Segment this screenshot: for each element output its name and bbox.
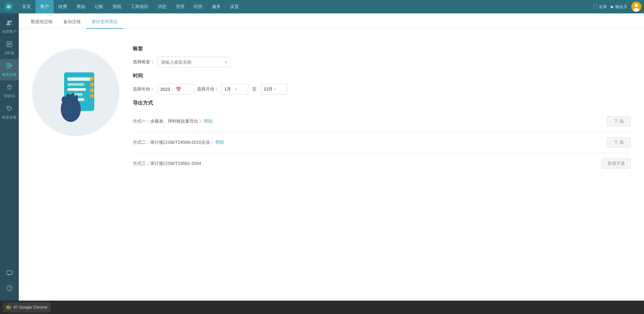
account-label: 选择账套： — [133, 59, 155, 65]
customers-icon — [6, 19, 13, 28]
sidebar-item-help[interactable]: ? — [5, 281, 14, 297]
export-section-title: 导出方式 — [133, 100, 631, 106]
user-avatar[interactable] — [631, 2, 641, 12]
month-to-value: 12月 — [264, 86, 274, 92]
month-from-arrow: ▾ — [235, 87, 245, 91]
export-method-1-button[interactable]: 下 载 — [607, 116, 631, 126]
export-method-3: 方式三：审计接口GB/T19581-2004 暂缓开通 — [133, 153, 631, 174]
tab-backup-migration[interactable]: 备份迁移 — [58, 15, 86, 29]
content-area: 数据包迁移 备份迁移 审计文件导出 — [19, 13, 644, 301]
export-method-2-help-link[interactable]: 帮助 — [215, 140, 224, 145]
account-select-arrow: ▾ — [225, 60, 227, 65]
app-logo — [3, 1, 15, 13]
year-input[interactable]: 2023 📅 — [157, 84, 194, 95]
nav-settings[interactable]: 设置 — [225, 0, 244, 13]
member-button[interactable]: ▶ 畅会员 — [611, 4, 627, 10]
account-section-title: 账套 — [133, 46, 631, 52]
taskbar-chrome-label: 47 Google Chrome — [13, 305, 47, 310]
sidebar-label-all-customers: 全部客户 — [2, 29, 17, 34]
sidebar-bottom: ? — [5, 266, 14, 301]
illustration-area — [32, 39, 119, 291]
year-label: 选择年份： — [133, 86, 155, 92]
svg-point-26 — [90, 82, 94, 86]
fullscreen-label: 全屏 — [599, 4, 607, 10]
svg-point-27 — [90, 88, 94, 92]
calendar-icon: 📅 — [176, 87, 191, 92]
month-from-value: 1月 — [224, 86, 235, 92]
month-from-select[interactable]: 1月 ▾ — [221, 84, 248, 95]
sidebar-item-tag-settings[interactable]: 标签设置 — [0, 102, 19, 123]
svg-rect-16 — [7, 271, 12, 274]
nav-home[interactable]: 首页 — [17, 0, 36, 13]
month-to-arrow: ▾ — [274, 87, 284, 91]
month-to-select[interactable]: 12月 ▾ — [261, 84, 287, 95]
export-method-1-help-link[interactable]: 帮助 — [204, 119, 213, 124]
export-methods: 方式一：余额表、序时账批量导出： 帮助 下 载 方式二：审计接口GB/T2458… — [133, 111, 631, 174]
nav-manage[interactable]: 管理 — [171, 0, 189, 13]
svg-rect-22 — [67, 88, 86, 91]
nav-invoice[interactable]: 票据 — [72, 0, 90, 13]
export-method-1: 方式一：余额表、序时账批量导出： 帮助 下 载 — [133, 111, 631, 132]
year-value: 2023 — [160, 87, 176, 92]
export-method-2: 方式二：审计接口GB/T24589-2010企业： 帮助 下 载 — [133, 132, 631, 153]
export-method-1-desc: 方式一：余额表、序时账批量导出： 帮助 — [133, 118, 603, 124]
form-area: 账套 选择账套： ▾ 时间 选择年份： 2023 📅 选择月份 — [133, 39, 631, 291]
nav-bookkeeping[interactable]: 记账 — [90, 0, 108, 13]
main-content: 账套 选择账套： ▾ 时间 选择年份： 2023 📅 选择月份 — [19, 29, 644, 301]
svg-point-2 — [635, 4, 638, 7]
member-label: 畅会员 — [615, 4, 627, 10]
nav-business[interactable]: 工商项目 — [126, 0, 153, 13]
export-method-3-desc: 方式三：审计接口GB/T19581-2004 — [133, 161, 598, 167]
recycle-icon — [6, 84, 13, 92]
account-row: 选择账套： ▾ — [133, 57, 631, 67]
tab-bar: 数据包迁移 备份迁移 审计文件导出 — [19, 13, 644, 29]
to-label: 至 — [251, 86, 258, 92]
export-method-3-button[interactable]: 暂缓开通 — [602, 159, 631, 169]
top-navigation: 首页 客户 收费 票据 记账 报税 工商项目 消息 管理 经营 服务 设置 ⛶ … — [0, 0, 644, 13]
fullscreen-button[interactable]: ⛶ 全屏 — [593, 4, 607, 10]
svg-point-5 — [10, 20, 12, 22]
nav-message[interactable]: 消息 — [153, 0, 171, 13]
sidebar-label-zero-declaration: 0申报 — [5, 51, 14, 56]
nav-fee[interactable]: 收费 — [54, 0, 72, 13]
left-sidebar: 全部客户 0申报 — [0, 13, 19, 301]
svg-point-15 — [8, 107, 9, 108]
sidebar-item-account-migration[interactable]: 账套迁移 — [0, 59, 19, 80]
svg-text:?: ? — [8, 286, 11, 291]
sidebar-label-recycle: 回收站 — [4, 93, 15, 99]
sidebar-item-zero-declaration[interactable]: 0申报 — [0, 38, 19, 59]
sidebar-label-account-migration: 账套迁移 — [2, 72, 17, 77]
fullscreen-icon: ⛶ — [593, 4, 597, 9]
nav-operation[interactable]: 经营 — [189, 0, 207, 13]
taskbar-chrome[interactable]: 47 Google Chrome — [3, 302, 51, 312]
nav-right-area: ⛶ 全屏 ▶ 畅会员 — [593, 2, 641, 12]
tab-audit-export[interactable]: 审计文件导出 — [86, 15, 123, 29]
illustration-circle — [32, 49, 119, 136]
month-label: 选择月份： — [197, 86, 219, 92]
sidebar-item-chat[interactable] — [5, 266, 14, 281]
sidebar-item-all-customers[interactable]: 全部客户 — [0, 16, 19, 38]
export-method-2-desc: 方式二：审计接口GB/T24589-2010企业： 帮助 — [133, 139, 603, 145]
svg-rect-20 — [67, 77, 91, 81]
zero-declaration-icon — [6, 41, 13, 49]
main-layout: 全部客户 0申报 — [0, 13, 644, 301]
account-select[interactable]: ▾ — [157, 57, 231, 67]
svg-rect-21 — [67, 83, 84, 86]
account-input[interactable] — [161, 60, 224, 65]
chat-icon — [6, 270, 13, 278]
time-row: 选择年份： 2023 📅 选择月份： 1月 ▾ 至 12月 ▾ — [133, 84, 631, 95]
svg-point-25 — [90, 77, 94, 81]
nav-service[interactable]: 服务 — [207, 0, 225, 13]
chrome-icon — [6, 305, 11, 310]
tab-data-migration[interactable]: 数据包迁移 — [25, 15, 58, 29]
tag-settings-icon — [6, 105, 13, 114]
nav-tax[interactable]: 报税 — [108, 0, 126, 13]
sidebar-item-recycle[interactable]: 回收站 — [0, 80, 19, 102]
account-migration-icon — [6, 62, 13, 71]
time-section-title: 时间 — [133, 73, 631, 79]
nav-customer[interactable]: 客户 — [36, 0, 54, 13]
export-method-2-button[interactable]: 下 载 — [607, 137, 631, 147]
svg-point-4 — [7, 21, 10, 23]
nav-items: 首页 客户 收费 票据 记账 报税 工商项目 消息 管理 经营 服务 设置 — [17, 0, 593, 13]
help-icon: ? — [6, 285, 13, 293]
